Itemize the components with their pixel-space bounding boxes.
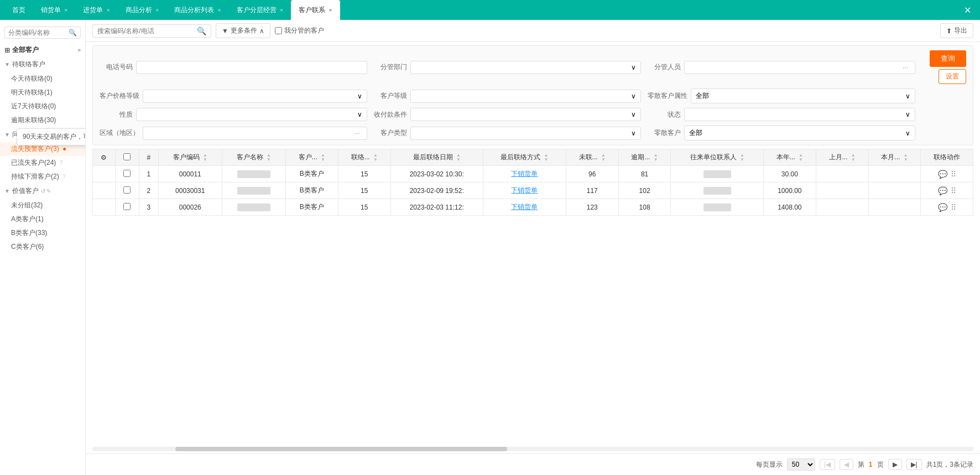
window-close-button[interactable]: ✕: [960, 3, 976, 18]
select-all-checkbox[interactable]: [123, 153, 131, 160]
filter-row-3: 性质 ∨ 收付款条件 ∨ 状态: [100, 108, 966, 121]
zero-attr-select[interactable]: 全部 ∨: [691, 88, 915, 103]
row-more-icon[interactable]: ⠿: [951, 203, 956, 212]
first-page-button[interactable]: |◀: [820, 459, 835, 470]
sidebar-item-overdue[interactable]: 逾期未联络(30): [0, 113, 85, 127]
per-page-select[interactable]: 50 100 200: [787, 458, 815, 471]
col-this-year[interactable]: 本年... ▲▼: [763, 149, 816, 166]
row-checkbox-cell[interactable]: [115, 166, 139, 182]
sidebar-all-customers[interactable]: ⊞ 全部客户 »: [0, 43, 85, 57]
row-last-contact-date: 2023-03-02 10:30:: [390, 166, 483, 182]
contact-way-link[interactable]: 下销货单: [511, 203, 538, 211]
prev-page-button[interactable]: ◀: [840, 459, 853, 470]
close-tab-sales-order[interactable]: ×: [64, 7, 67, 13]
row-checkbox-1[interactable]: [123, 186, 131, 194]
col-last-contact-way[interactable]: 最后联络方式 ▲▼: [483, 149, 566, 166]
col-code[interactable]: 客户编码 ▲▼: [158, 149, 222, 166]
col-last-month[interactable]: 上月... ▲▼: [816, 149, 868, 166]
contact-way-link[interactable]: 下销货单: [511, 186, 538, 194]
table-row: 3 000026 B类客户 15 2023-02-03 11:12: 下销货单 …: [93, 199, 973, 216]
close-tab-purchase-order[interactable]: ×: [106, 7, 110, 13]
price-level-select[interactable]: ∨: [143, 90, 367, 103]
row-checkbox-0[interactable]: [123, 170, 131, 177]
row-last-contact-way[interactable]: 下销货单: [483, 182, 566, 199]
payment-select[interactable]: ∨: [410, 108, 642, 121]
price-level-dropdown-icon: ∨: [357, 92, 362, 100]
sidebar-item-tomorrow[interactable]: 明天待联络(1): [0, 86, 85, 100]
close-tab-product-analysis-list[interactable]: ×: [217, 7, 221, 13]
col-last-contact-date[interactable]: 最后联络日期 ▲▼: [390, 149, 483, 166]
row-last-contact-way[interactable]: 下销货单: [483, 166, 566, 182]
row-unit-contact: [671, 199, 763, 216]
status-select[interactable]: ∨: [684, 108, 915, 121]
row-contact: 15: [338, 199, 390, 216]
sidebar-item-class-c[interactable]: C类客户(6): [0, 240, 85, 254]
row-checkbox-cell[interactable]: [115, 182, 139, 199]
row-checkbox-2[interactable]: [123, 203, 131, 210]
sidebar-item-class-a[interactable]: A类客户(1): [0, 212, 85, 226]
tab-product-analysis-list[interactable]: 商品分析列表 ×: [166, 0, 228, 20]
horizontal-scrollbar[interactable]: [92, 447, 973, 451]
query-button[interactable]: 查询: [930, 50, 966, 67]
settings-button[interactable]: 设置: [939, 69, 966, 84]
col-overdue[interactable]: 逾期... ▲▼: [618, 149, 671, 166]
row-checkbox-cell[interactable]: [115, 199, 139, 216]
more-filter-button[interactable]: ▼ 更多条件 ∧: [216, 23, 270, 38]
tab-purchase-order[interactable]: 进货单 ×: [75, 0, 117, 20]
sidebar-item-today[interactable]: 今天待联络(0): [0, 72, 85, 86]
col-name[interactable]: 客户名称 ▲▼: [222, 149, 285, 166]
row-not-contacted: 96: [566, 166, 618, 182]
last-page-button[interactable]: ▶|: [906, 459, 922, 470]
col-unit-contact[interactable]: 往来单位联系人 ▲▼: [671, 149, 763, 166]
sidebar-group-pending[interactable]: ▼ 待联络客户: [0, 57, 85, 72]
my-customers-checkbox-label[interactable]: 我分管的客户: [275, 26, 324, 35]
col-this-month[interactable]: 本月... ▲▼: [868, 149, 921, 166]
close-tab-customer-contact[interactable]: ×: [329, 7, 332, 13]
row-more-icon[interactable]: ⠿: [951, 186, 956, 195]
tab-customer-contact[interactable]: 客户联系 ×: [291, 0, 340, 20]
row-chat-icon[interactable]: 💬: [938, 203, 947, 212]
contact-way-link[interactable]: 下销货单: [511, 170, 538, 178]
search-button[interactable]: 🔍: [197, 27, 206, 35]
tab-product-analysis[interactable]: 商品分析 ×: [118, 0, 166, 20]
tab-sales-order[interactable]: 销货单 ×: [33, 0, 75, 20]
tab-home[interactable]: 首页: [4, 0, 33, 20]
row-more-icon[interactable]: ⠿: [951, 170, 956, 179]
sort-type-icon: ▲▼: [321, 153, 325, 162]
zero-attr-dropdown-icon: ∨: [905, 92, 910, 100]
col-type[interactable]: 客户... ▲▼: [285, 149, 338, 166]
sidebar-item-declining[interactable]: 持续下滑客户(2) ?: [0, 170, 85, 184]
col-settings[interactable]: ⚙: [93, 149, 116, 166]
dept-select[interactable]: ∨: [410, 61, 642, 74]
phone-input[interactable]: [136, 61, 367, 74]
zero-customer-dropdown-icon: ∨: [905, 129, 910, 137]
scrollbar-thumb[interactable]: [175, 447, 507, 451]
col-checkbox[interactable]: [115, 149, 139, 166]
sidebar-search-input[interactable]: [8, 29, 69, 36]
row-chat-icon[interactable]: 💬: [938, 170, 947, 179]
region-select[interactable]: ···: [143, 127, 367, 140]
manager-select[interactable]: ···: [684, 61, 915, 74]
close-tab-product-analysis[interactable]: ×: [155, 7, 159, 13]
sidebar-item-churned[interactable]: 已流失客户(24) ?: [0, 156, 85, 170]
my-customers-checkbox[interactable]: [275, 27, 282, 34]
customer-level-select[interactable]: ∨: [410, 90, 642, 103]
sidebar-item-class-b[interactable]: B类客户(33): [0, 226, 85, 240]
next-page-button[interactable]: ▶: [888, 459, 902, 470]
col-not-contacted[interactable]: 未联... ▲▼: [566, 149, 618, 166]
customer-type-select[interactable]: ∨: [410, 127, 642, 140]
nature-select[interactable]: ∨: [136, 108, 367, 121]
row-chat-icon[interactable]: 💬: [938, 186, 947, 195]
search-input[interactable]: [97, 27, 197, 35]
tab-customer-layered[interactable]: 客户分层经营 ×: [229, 0, 291, 20]
sidebar-item-ungrouped[interactable]: 未分组(32): [0, 199, 85, 212]
col-contact[interactable]: 联络... ▲▼: [338, 149, 390, 166]
sidebar-item-7days[interactable]: 近7天待联络(0): [0, 100, 85, 113]
row-overdue: 81: [618, 166, 671, 182]
export-button[interactable]: ⬆ 导出: [940, 23, 973, 38]
close-tab-customer-layered[interactable]: ×: [280, 7, 283, 13]
row-last-contact-way[interactable]: 下销货单: [483, 199, 566, 216]
zero-customer-select[interactable]: 全部 ∨: [684, 126, 915, 140]
table-wrap: ⚙ # 客户编码 ▲▼ 客户名称 ▲▼ 客户...: [92, 149, 973, 447]
sidebar-group-value[interactable]: ▼ 价值客户 ↺ ✎: [0, 184, 85, 199]
